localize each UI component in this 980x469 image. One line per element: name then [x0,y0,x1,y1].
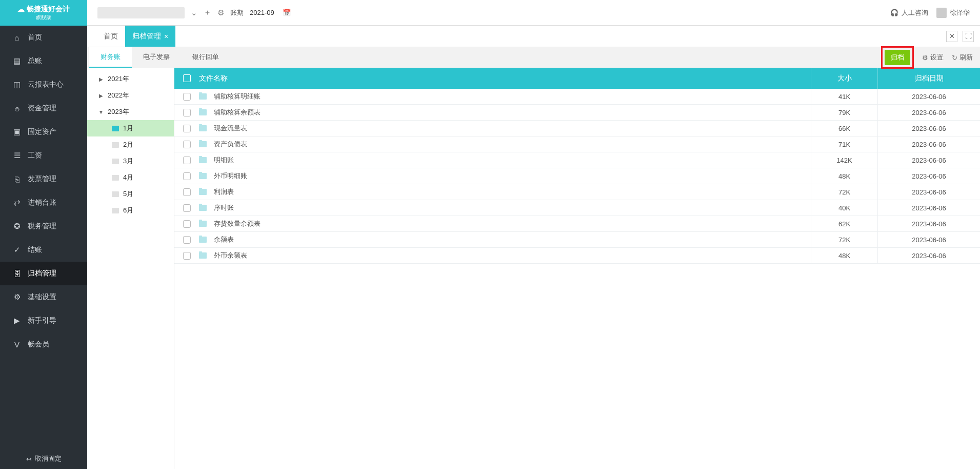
tree-month[interactable]: 2月 [87,136,174,153]
tree-month-label: 1月 [123,124,133,133]
file-size: 71K [811,136,877,152]
sidebar-item-ledger[interactable]: ▤总账 [0,49,87,73]
chevron-down-icon[interactable]: ⌄ [191,8,197,17]
sidebar-item-salary[interactable]: ☰工资 [0,144,87,167]
fund-icon: ⌾ [12,104,22,113]
sales-icon: ⇄ [12,198,22,207]
table-row[interactable]: 序时账 40K 2023-06-06 [174,200,980,216]
tree-month[interactable]: 6月 [87,202,174,219]
archive-date: 2023-06-06 [877,184,980,200]
tree-year[interactable]: ▼2023年 [87,104,174,120]
tree-month[interactable]: 1月 [87,120,174,136]
file-name: 辅助核算明细账 [214,92,261,101]
calendar-icon[interactable]: 📅 [283,9,291,16]
sidebar-item-fund[interactable]: ⌾资金管理 [0,96,87,120]
plus-icon[interactable]: ＋ [204,8,211,17]
table-row[interactable]: 明细账 142K 2023-06-06 [174,152,980,168]
col-header-size: 大小 [811,68,877,89]
file-name: 余额表 [214,235,234,244]
row-checkbox[interactable] [183,252,191,260]
table-row[interactable]: 辅助核算余额表 79K 2023-06-06 [174,105,980,121]
table-row[interactable]: 现金流量表 66K 2023-06-06 [174,121,980,136]
user-menu[interactable]: 徐泽华 [936,8,970,18]
sidebar-item-asset[interactable]: ▣固定资产 [0,120,87,144]
sidebar-item-closing[interactable]: ✓结账 [0,238,87,262]
sidebar-item-tax[interactable]: ✪税务管理 [0,214,87,238]
sidebar-item-vip[interactable]: V畅会员 [0,333,87,356]
tree-year[interactable]: ▶2022年 [87,87,174,104]
row-checkbox[interactable] [183,125,191,132]
sidebar-item-archive[interactable]: 🗄归档管理 [0,262,87,285]
guide-icon: ▶ [12,316,22,325]
file-size: 142K [811,152,877,168]
table-row[interactable]: 辅助核算明细账 41K 2023-06-06 [174,89,980,105]
folder-icon [112,159,119,164]
tree-month[interactable]: 5月 [87,186,174,202]
archive-button[interactable]: 归档 [885,50,910,65]
sidebar-item-invoice[interactable]: ⎘发票管理 [0,167,87,191]
archive-date: 2023-06-06 [877,216,980,232]
unpin-button[interactable]: ↢ 取消固定 [0,448,87,469]
folder-icon [199,221,207,227]
row-checkbox[interactable] [183,236,191,244]
table-row[interactable]: 余额表 72K 2023-06-06 [174,232,980,248]
row-checkbox[interactable] [183,188,191,196]
row-checkbox[interactable] [183,157,191,164]
close-tab-button[interactable]: ✕ [946,31,957,42]
refresh-button[interactable]: ↻ 刷新 [952,53,973,62]
table-row[interactable]: 资产负债表 71K 2023-06-06 [174,136,980,152]
tree-month-label: 4月 [123,173,133,182]
year-tree: ▶2021年▶2022年▼2023年1月2月3月4月5月6月 [87,68,174,469]
settings-icon: ⚙ [12,292,22,302]
subtab[interactable]: 银行回单 [181,47,230,68]
tab[interactable]: 首页 [96,26,125,47]
subtab[interactable]: 电子发票 [132,47,181,68]
folder-icon [199,189,207,195]
tab-close-icon[interactable]: × [164,32,168,41]
row-checkbox[interactable] [183,141,191,148]
table-row[interactable]: 利润表 72K 2023-06-06 [174,184,980,200]
row-checkbox[interactable] [183,109,191,116]
col-header-date: 归档日期 [877,68,980,89]
select-all-checkbox[interactable] [183,74,191,82]
sidebar-item-guide[interactable]: ▶新手引导 [0,309,87,333]
salary-icon: ☰ [12,151,22,160]
row-checkbox[interactable] [183,93,191,101]
file-size: 41K [811,89,877,105]
tree-month[interactable]: 3月 [87,153,174,169]
tree-month-label: 3月 [123,157,133,166]
sidebar-item-label: 发票管理 [28,174,56,184]
sidebar-item-label: 税务管理 [28,222,56,231]
sidebar-item-home[interactable]: ⌂首页 [0,26,87,49]
tree-month[interactable]: 4月 [87,169,174,186]
file-table: 文件名称 大小 归档日期 辅助核算明细账 41K 2023-06-06 辅助核算… [174,68,980,469]
consult-button[interactable]: 🎧 人工咨询 [890,8,928,17]
caret-down-icon: ▼ [98,109,104,115]
row-checkbox[interactable] [183,204,191,212]
gear-icon[interactable]: ⚙ [217,8,224,17]
sidebar-item-sales[interactable]: ⇄进销台账 [0,191,87,214]
subtab[interactable]: 财务账 [89,47,132,68]
folder-icon [112,208,119,213]
fullscreen-button[interactable]: ⛶ [963,31,974,42]
tab[interactable]: 归档管理× [125,26,175,47]
tree-year[interactable]: ▶2021年 [87,71,174,87]
sidebar-item-report[interactable]: ◫云报表中心 [0,73,87,96]
table-row[interactable]: 存货数量余额表 62K 2023-06-06 [174,216,980,232]
file-size: 48K [811,168,877,184]
period-value[interactable]: 2021-09 [250,9,274,16]
table-row[interactable]: 外币余额表 48K 2023-06-06 [174,248,980,264]
row-checkbox[interactable] [183,172,191,180]
sidebar-item-settings[interactable]: ⚙基础设置 [0,285,87,309]
file-name: 序时账 [214,203,234,212]
settings-button[interactable]: ⚙ 设置 [922,53,944,62]
subtabs-row: 财务账电子发票银行回单 归档 ⚙ 设置 ↻ 刷新 [87,47,980,68]
sidebar-item-label: 归档管理 [28,269,56,278]
table-row[interactable]: 外币明细账 48K 2023-06-06 [174,168,980,184]
sidebar-item-label: 基础设置 [28,292,56,302]
row-checkbox[interactable] [183,220,191,228]
closing-icon: ✓ [12,245,22,255]
file-name: 明细账 [214,155,234,165]
company-selector[interactable] [97,7,185,18]
sidebar-item-label: 结账 [28,245,42,255]
